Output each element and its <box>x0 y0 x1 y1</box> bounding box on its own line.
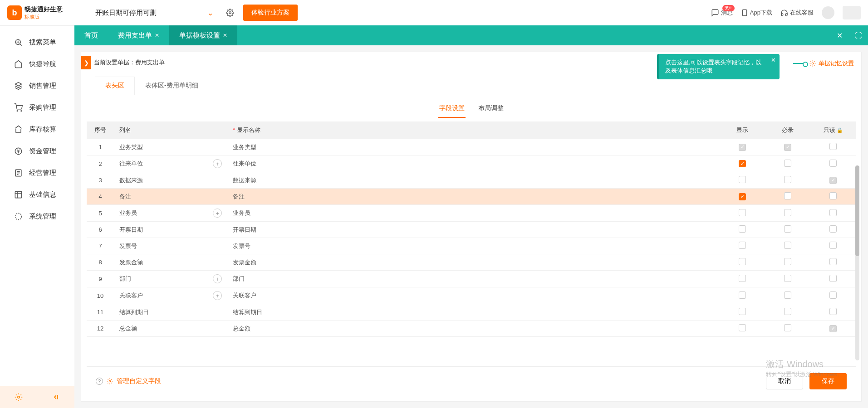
sub-tab-0[interactable]: 字段设置 <box>438 102 466 118</box>
tab-close-icon[interactable]: ✕ <box>223 32 227 39</box>
checkbox[interactable] <box>784 291 791 299</box>
cell-display[interactable]: 部门 <box>227 271 720 287</box>
add-icon[interactable]: + <box>213 274 222 283</box>
scrollbar-thumb[interactable] <box>855 165 859 256</box>
zone-tab-0[interactable]: 表头区 <box>95 77 135 95</box>
checkbox[interactable] <box>739 275 746 282</box>
checkbox[interactable] <box>784 258 791 265</box>
checkbox[interactable] <box>739 209 746 216</box>
table-row[interactable]: 10关联客户+关联客户 <box>87 287 856 304</box>
cancel-button[interactable]: 取消 <box>766 373 803 389</box>
checkbox[interactable] <box>829 160 837 167</box>
checkbox[interactable] <box>784 225 791 233</box>
add-icon[interactable]: + <box>213 159 222 168</box>
checkbox[interactable] <box>784 324 791 331</box>
cell-display[interactable]: 总金额 <box>227 321 720 337</box>
help-icon[interactable]: ? <box>96 378 103 385</box>
expand-button[interactable]: ❯ <box>81 56 91 69</box>
tab-0[interactable]: 首页 <box>74 25 108 45</box>
table-row[interactable]: 2往来单位+往来单位✓ <box>87 155 856 172</box>
cell-display[interactable]: 业务员 <box>227 205 720 222</box>
avatar[interactable] <box>822 6 834 19</box>
cell-display[interactable]: 业务类型 <box>227 139 720 155</box>
org-selector[interactable]: 开账日期可停用可删 ⌄ <box>91 9 218 17</box>
custom-field-link[interactable]: 管理自定义字段 <box>117 377 161 385</box>
cell-display[interactable]: 发票号 <box>227 238 720 254</box>
close-all-icon[interactable]: ✕ <box>830 25 849 45</box>
checkbox[interactable] <box>829 192 837 199</box>
sidebar-item-3[interactable]: 采购管理 <box>0 97 74 118</box>
checkbox[interactable] <box>739 291 746 299</box>
customer-service-link[interactable]: 在线客服 <box>780 9 814 17</box>
checkbox[interactable] <box>829 209 837 216</box>
sidebar-item-4[interactable]: 库存核算 <box>0 118 74 140</box>
sidebar-item-5[interactable]: 资金管理 <box>0 140 74 162</box>
tab-2[interactable]: 单据模板设置✕ <box>169 25 237 45</box>
sub-tab-1[interactable]: 布局调整 <box>477 102 505 118</box>
gear-icon[interactable] <box>15 393 23 401</box>
checkbox[interactable] <box>784 242 791 249</box>
checkbox[interactable] <box>739 308 746 315</box>
checkbox[interactable] <box>739 225 746 233</box>
tooltip-close-icon[interactable]: ✕ <box>771 57 776 63</box>
tab-close-icon[interactable]: ✕ <box>155 32 159 39</box>
checkbox[interactable] <box>829 143 837 150</box>
account-block[interactable] <box>843 6 861 19</box>
table-row[interactable]: 8发票金额发票金额 <box>87 254 856 271</box>
table-row[interactable]: 3数据来源数据来源✓ <box>87 172 856 189</box>
checkbox[interactable]: ✓ <box>739 160 746 167</box>
checkbox[interactable] <box>829 225 837 233</box>
cell-display[interactable]: 结算到期日 <box>227 304 720 321</box>
fullscreen-icon[interactable] <box>849 25 868 45</box>
sidebar-item-2[interactable]: 销售管理 <box>0 75 74 97</box>
zone-tab-1[interactable]: 表体区-费用单明细 <box>135 77 209 95</box>
settings-icon[interactable] <box>226 9 234 17</box>
table-row[interactable]: 12总金额总金额✓ <box>87 321 856 337</box>
messages-link[interactable]: 消息 99+ <box>711 9 733 17</box>
scrollbar[interactable] <box>855 165 859 360</box>
memory-settings-link[interactable]: 单据记忆设置 <box>793 59 854 68</box>
cell-display[interactable]: 备注 <box>227 189 720 205</box>
table-row[interactable]: 4备注备注✓ <box>87 189 856 205</box>
table-row[interactable]: 5业务员+业务员 <box>87 205 856 222</box>
sidebar-item-0[interactable]: 搜索菜单 <box>0 31 74 53</box>
checkbox[interactable] <box>739 258 746 265</box>
table-scroll[interactable]: 序号 列名 *显示名称 显示 必录 只读🔒 1业务类型业务类型✓✓2往来单位+往… <box>81 118 861 366</box>
collapse-icon[interactable] <box>52 393 60 401</box>
table-row[interactable]: 11结算到期日结算到期日 <box>87 304 856 321</box>
checkbox[interactable] <box>784 275 791 282</box>
checkbox[interactable] <box>784 176 791 183</box>
sidebar-item-1[interactable]: 快捷导航 <box>0 53 74 75</box>
cell-display[interactable]: 往来单位 <box>227 155 720 172</box>
checkbox[interactable] <box>739 242 746 249</box>
cell-display[interactable]: 数据来源 <box>227 172 720 189</box>
save-button[interactable]: 保存 <box>809 373 847 389</box>
sidebar-item-7[interactable]: 基础信息 <box>0 184 74 205</box>
cell-display[interactable]: 关联客户 <box>227 287 720 304</box>
sidebar-item-6[interactable]: 经营管理 <box>0 162 74 184</box>
checkbox[interactable] <box>739 176 746 183</box>
checkbox[interactable] <box>784 209 791 216</box>
checkbox[interactable] <box>784 192 791 199</box>
checkbox[interactable] <box>829 242 837 249</box>
table-row[interactable]: 9部门+部门 <box>87 271 856 287</box>
checkbox[interactable] <box>829 258 837 265</box>
cell-display[interactable]: 发票金额 <box>227 254 720 271</box>
table-row[interactable]: 6开票日期开票日期 <box>87 222 856 238</box>
add-icon[interactable]: + <box>213 209 222 218</box>
cell-display[interactable]: 开票日期 <box>227 222 720 238</box>
sidebar-item-8[interactable]: 系统管理 <box>0 205 74 227</box>
checkbox[interactable] <box>829 275 837 282</box>
checkbox[interactable] <box>739 324 746 331</box>
checkbox[interactable] <box>829 291 837 299</box>
tab-1[interactable]: 费用支出单✕ <box>108 25 169 45</box>
checkbox[interactable] <box>784 308 791 315</box>
checkbox[interactable]: ✓ <box>739 193 746 200</box>
table-row[interactable]: 7发票号发票号 <box>87 238 856 254</box>
table-row[interactable]: 1业务类型业务类型✓✓ <box>87 139 856 155</box>
logo[interactable]: b 畅捷通好生意 标准版 <box>7 5 82 20</box>
experience-button[interactable]: 体验行业方案 <box>243 5 298 21</box>
add-icon[interactable]: + <box>213 291 222 300</box>
checkbox[interactable] <box>784 160 791 167</box>
checkbox[interactable] <box>829 308 837 315</box>
